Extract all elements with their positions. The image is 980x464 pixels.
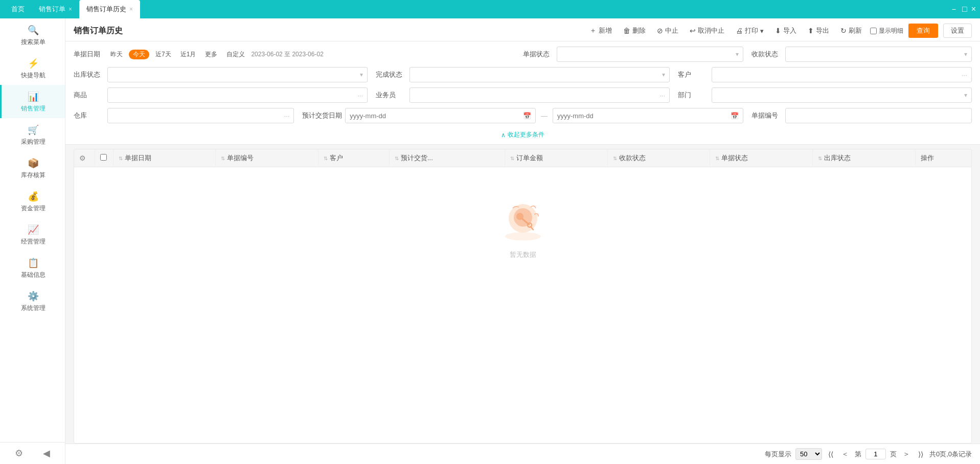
goods-input[interactable] <box>112 92 355 99</box>
per-page-select[interactable]: 50 10 20 100 <box>795 448 822 460</box>
stop-button[interactable]: ⊘ 中止 <box>654 25 681 37</box>
close-btn[interactable]: × <box>971 5 976 14</box>
select-all-checkbox[interactable] <box>100 154 107 161</box>
import-button[interactable]: ⬇ 导入 <box>772 25 800 37</box>
next-page-btn[interactable]: ＞ <box>901 449 912 460</box>
page-label-post: 页 <box>890 450 897 459</box>
date-tag-today[interactable]: 今天 <box>129 50 149 59</box>
tab-home[interactable]: 销售订单历史 首页 <box>4 0 32 18</box>
display-toggle[interactable]: 显示明细 <box>870 27 903 35</box>
customer-input[interactable] <box>716 71 960 79</box>
tab-sales-order-history[interactable]: 销售订单历史 × <box>79 0 140 18</box>
empty-state: 暂无数据 <box>74 167 971 290</box>
delivery-date-end-input[interactable] <box>557 112 728 120</box>
delivery-date-start-input[interactable] <box>350 112 521 120</box>
payment-status-label: 收款状态 <box>751 50 782 59</box>
th-bill-status-sort-icon[interactable]: ⇅ <box>715 156 719 161</box>
sidebar-item-sales-mgmt[interactable]: 📊 销售管理 <box>0 85 65 118</box>
table-settings-btn[interactable]: ⚙ <box>79 154 86 162</box>
th-outstock-sort-icon[interactable]: ⇅ <box>818 156 822 161</box>
sidebar-settings-icon[interactable]: ⚙ <box>15 448 23 459</box>
th-customer-sort-icon[interactable]: ⇅ <box>324 156 328 161</box>
delivery-date-start-control[interactable]: 📅 <box>345 108 536 123</box>
sidebar-item-label: 搜索菜单 <box>21 38 45 47</box>
th-bill-number: ⇅ 单据编号 <box>216 149 318 167</box>
sidebar-item-search-menu[interactable]: 🔍 搜索菜单 <box>0 18 65 52</box>
table-header-row: ⚙ ⇅ 单据日期 <box>74 149 971 167</box>
calendar-end-icon[interactable]: 📅 <box>731 112 739 120</box>
salesman-label: 业务员 <box>376 91 406 100</box>
payment-status-input[interactable] <box>790 51 962 58</box>
data-table: ⚙ ⇅ 单据日期 <box>74 149 971 167</box>
date-tag-more[interactable]: 更多 <box>202 50 220 59</box>
top-bar: 销售订单历史 首页 销售订单 × 销售订单历史 × － □ × <box>0 0 980 18</box>
collapse-label: 收起更多条件 <box>508 130 544 139</box>
add-button[interactable]: ＋ 新增 <box>586 25 615 37</box>
th-delivery-sort-icon[interactable]: ⇅ <box>395 156 399 161</box>
sidebar-item-basic-info[interactable]: 📋 基础信息 <box>0 251 65 284</box>
outstock-status-input[interactable] <box>112 71 358 79</box>
sidebar-item-inventory-check[interactable]: 📦 库存核算 <box>0 151 65 185</box>
warehouse-ellipsis: ··· <box>284 112 289 120</box>
per-page-label: 每页显示 <box>765 450 791 459</box>
th-bill-date-sort-icon[interactable]: ⇅ <box>119 156 123 161</box>
prev-page-btn[interactable]: ＜ <box>839 449 851 460</box>
minimize-btn[interactable]: － <box>950 4 958 15</box>
query-button[interactable]: 查询 <box>908 24 938 38</box>
warehouse-input[interactable] <box>112 112 282 120</box>
close-tab-sales-order[interactable]: × <box>69 6 72 13</box>
date-range-separator: — <box>539 112 550 120</box>
sidebar-collapse-icon[interactable]: ◀ <box>43 448 50 459</box>
date-tag-custom[interactable]: 自定义 <box>223 50 248 59</box>
complete-status-input[interactable] <box>414 71 660 79</box>
date-tag-yesterday[interactable]: 昨天 <box>107 50 126 59</box>
th-payment-status: ⇅ 收款状态 <box>607 149 710 167</box>
sidebar-item-purchase-mgmt[interactable]: 🛒 采购管理 <box>0 118 65 151</box>
salesman-input[interactable] <box>414 92 657 99</box>
delivery-date-end-control[interactable]: 📅 <box>553 108 743 123</box>
goods-control[interactable]: ··· <box>107 87 368 103</box>
th-bill-number-sort-icon[interactable]: ⇅ <box>221 156 225 161</box>
set-button[interactable]: 设置 <box>943 24 972 38</box>
th-customer: ⇅ 客户 <box>318 149 389 167</box>
display-toggle-checkbox[interactable] <box>870 28 877 34</box>
delete-button[interactable]: 🗑 删除 <box>620 25 649 37</box>
first-page-btn[interactable]: ⟨⟨ <box>826 449 835 459</box>
sidebar-item-quick-nav[interactable]: ⚡ 快捷导航 <box>0 52 65 85</box>
sidebar-item-label: 库存核算 <box>21 171 45 180</box>
sidebar-item-system-mgmt[interactable]: ⚙️ 系统管理 <box>0 284 65 318</box>
refresh-button[interactable]: ↻ 刷新 <box>837 25 865 37</box>
date-tag-7days[interactable]: 近7天 <box>152 50 174 59</box>
customer-control[interactable]: ··· <box>712 67 972 82</box>
warehouse-control[interactable]: ··· <box>107 108 294 123</box>
svg-point-0 <box>505 232 541 240</box>
th-amount-sort-icon[interactable]: ⇅ <box>510 156 514 161</box>
bill-status-dropdown[interactable]: ▾ <box>557 47 743 62</box>
maximize-btn[interactable]: □ <box>962 5 967 14</box>
bill-status-input[interactable] <box>561 51 734 58</box>
close-tab-sales-order-history[interactable]: × <box>129 6 133 13</box>
date-range-display: 2023-06-02 至 2023-06-02 <box>251 50 323 59</box>
salesman-control[interactable]: ··· <box>409 87 670 103</box>
department-dropdown[interactable]: ▾ <box>712 87 972 103</box>
tab-sales-order[interactable]: 销售订单 × <box>32 0 79 18</box>
export-button[interactable]: ⬆ 导出 <box>805 25 832 37</box>
current-page-input[interactable] <box>865 449 886 459</box>
sidebar: 🔍 搜索菜单 ⚡ 快捷导航 📊 销售管理 🛒 采购管理 📦 库存核算 💰 资金管… <box>0 18 65 464</box>
print-button[interactable]: 🖨 打印 ▾ <box>733 25 767 37</box>
collapse-row[interactable]: ∧ 收起更多条件 <box>74 128 972 139</box>
bill-number-input[interactable] <box>790 112 967 120</box>
bill-number-control[interactable] <box>785 108 972 123</box>
complete-status-dropdown[interactable]: ▾ <box>409 67 670 82</box>
sidebar-item-operation-mgmt[interactable]: 📈 经营管理 <box>0 218 65 251</box>
outstock-status-dropdown[interactable]: ▾ <box>107 67 368 82</box>
calendar-start-icon[interactable]: 📅 <box>523 112 531 120</box>
cancel-stop-button[interactable]: ↩ 取消中止 <box>687 25 727 37</box>
cancel-stop-icon: ↩ <box>690 27 696 35</box>
department-input[interactable] <box>716 92 962 99</box>
date-tag-1month[interactable]: 近1月 <box>177 50 199 59</box>
th-payment-sort-icon[interactable]: ⇅ <box>613 156 617 161</box>
sidebar-item-capital-mgmt[interactable]: 💰 资金管理 <box>0 185 65 218</box>
payment-status-dropdown[interactable]: ▾ <box>785 47 972 62</box>
last-page-btn[interactable]: ⟩⟩ <box>916 449 925 459</box>
